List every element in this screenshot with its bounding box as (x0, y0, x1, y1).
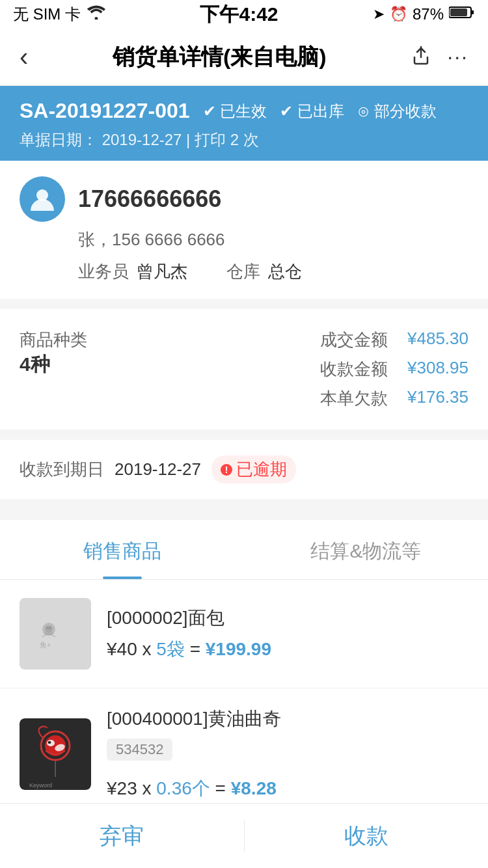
battery-text: 87% (413, 5, 444, 23)
amount-value: ¥485.30 (407, 329, 468, 351)
product-base-price-1: ¥40 x (107, 639, 156, 659)
status-time: 下午4:42 (200, 1, 278, 28)
salesperson-value: 曾凡杰 (137, 260, 187, 283)
debt-row: 本单欠款 ¥176.35 (320, 387, 468, 410)
product-price-2: ¥23 x 0.36个 = ¥8.28 (107, 776, 468, 801)
bottom-bar: 弃审 收款 (0, 803, 488, 868)
back-button[interactable]: ‹ (20, 42, 28, 72)
sim-status: 无 SIM 卡 (13, 4, 81, 25)
product-total-2: ¥8.28 (231, 778, 277, 798)
product-qty-1: 5袋 (156, 639, 185, 659)
debt-value: ¥176.35 (407, 387, 468, 410)
svg-point-6 (46, 627, 49, 629)
product-qty-2: 0.36个 (156, 778, 210, 798)
tabs-row: 销售商品 结算&物流等 (0, 520, 488, 579)
collect-payment-button[interactable]: 收款 (245, 808, 489, 864)
nav-bar: ‹ 销货单详情(来自电脑) ··· (0, 29, 488, 86)
received-row: 收款金额 ¥308.95 (320, 358, 468, 381)
category-label: 商品种类 (20, 329, 87, 351)
received-label: 收款金额 (320, 358, 388, 381)
salesperson-label: 业务员 (78, 260, 129, 283)
product-thumbnail-1: 鱼+ (20, 598, 91, 670)
share-button[interactable] (411, 44, 431, 70)
product-info-2: [000400001]黄油曲奇 534532 ¥23 x 0.36个 = ¥8.… (107, 707, 468, 801)
wifi-icon (87, 5, 105, 23)
warehouse-label: 仓库 (226, 260, 260, 283)
product-thumbnail-2: Keyword (20, 718, 91, 790)
amount-row: 成交金额 ¥485.30 (320, 329, 468, 351)
more-button[interactable]: ··· (447, 45, 468, 69)
status-bar: 无 SIM 卡 下午4:42 ➤ ⏰ 87% (0, 0, 488, 29)
stats-right: 成交金额 ¥485.30 收款金额 ¥308.95 本单欠款 ¥176.35 (320, 329, 468, 410)
nav-actions: ··· (411, 44, 468, 70)
products-list: 鱼+ [0000002]面包 ¥40 x 5袋 = ¥199.99 (0, 580, 488, 820)
svg-text:Keyword: Keyword (29, 782, 52, 789)
alarm-icon: ⏰ (390, 6, 407, 23)
tab-settlement[interactable]: 结算&物流等 (244, 520, 488, 579)
received-value: ¥308.95 (407, 358, 468, 381)
order-id: SA-20191227-001 (20, 99, 190, 123)
category-value: 4种 (20, 351, 87, 378)
customer-detail: 张，156 6666 6666 (78, 228, 468, 251)
overdue-text: 已逾期 (236, 458, 287, 481)
svg-point-5 (45, 625, 53, 633)
order-date: 2019-12-27 (102, 131, 182, 148)
status-left: 无 SIM 卡 (13, 4, 105, 25)
svg-point-13 (48, 741, 51, 744)
location-icon: ➤ (373, 6, 385, 23)
product-item-2: Keyword [000400001]黄油曲奇 534532 ¥23 x 0.3… (0, 688, 488, 820)
svg-rect-2 (450, 8, 467, 16)
product-info-1: [0000002]面包 ¥40 x 5袋 = ¥199.99 (107, 606, 468, 662)
avatar (20, 176, 65, 222)
product-item-1: 鱼+ [0000002]面包 ¥40 x 5袋 = ¥199.99 (0, 580, 488, 688)
svg-rect-1 (471, 10, 474, 14)
product-sku-badge-2: 534532 (107, 739, 172, 761)
tabs-section: 销售商品 结算&物流等 (0, 520, 488, 580)
due-date-section: 收款到期日 2019-12-27 ! 已逾期 (0, 440, 488, 499)
tab-sales-products[interactable]: 销售商品 (0, 520, 244, 579)
badge-effective: ✔ 已生效 (203, 101, 267, 122)
overdue-icon: ! (221, 464, 232, 476)
stats-left: 商品种类 4种 (20, 329, 87, 378)
due-date-label: 收款到期日 (20, 458, 104, 481)
stats-section: 商品种类 4种 成交金额 ¥485.30 收款金额 ¥308.95 本单欠款 ¥… (0, 309, 488, 429)
date-label: 单据日期： (20, 131, 98, 148)
section-divider-1 (0, 499, 488, 509)
overdue-badge: ! 已逾期 (211, 455, 296, 483)
debt-label: 本单欠款 (320, 387, 388, 410)
customer-name: 17666666666 (78, 185, 221, 213)
badge-shipped: ✔ 已出库 (280, 101, 344, 122)
battery-icon (449, 5, 475, 23)
salesperson-field: 业务员 曾凡杰 (78, 260, 187, 283)
order-header-banner: SA-20191227-001 ✔ 已生效 ✔ 已出库 ⊙ 部分收款 单据日期：… (0, 86, 488, 161)
amount-label: 成交金额 (320, 329, 388, 351)
customer-section: 17666666666 张，156 6666 6666 业务员 曾凡杰 仓库 总… (0, 161, 488, 299)
product-name-1: [0000002]面包 (107, 606, 468, 631)
due-date-value: 2019-12-27 (115, 459, 201, 480)
warehouse-value: 总仓 (268, 260, 302, 283)
page-title: 销货单详情(来自电脑) (113, 42, 327, 72)
svg-point-7 (49, 627, 51, 629)
product-equals-2: = (215, 778, 231, 798)
print-count: | 打印 2 次 (186, 131, 259, 148)
cancel-review-button[interactable]: 弃审 (0, 808, 244, 864)
warehouse-field: 仓库 总仓 (226, 260, 302, 283)
product-base-price-2: ¥23 x (107, 778, 156, 798)
svg-text:鱼+: 鱼+ (40, 641, 51, 649)
product-price-1: ¥40 x 5袋 = ¥199.99 (107, 637, 468, 662)
product-total-1: ¥199.99 (206, 639, 271, 659)
product-name-2: [000400001]黄油曲奇 (107, 707, 468, 731)
badge-partial-payment: ⊙ 部分收款 (357, 101, 437, 122)
status-right: ➤ ⏰ 87% (373, 5, 475, 23)
product-equals-1: = (190, 639, 206, 659)
